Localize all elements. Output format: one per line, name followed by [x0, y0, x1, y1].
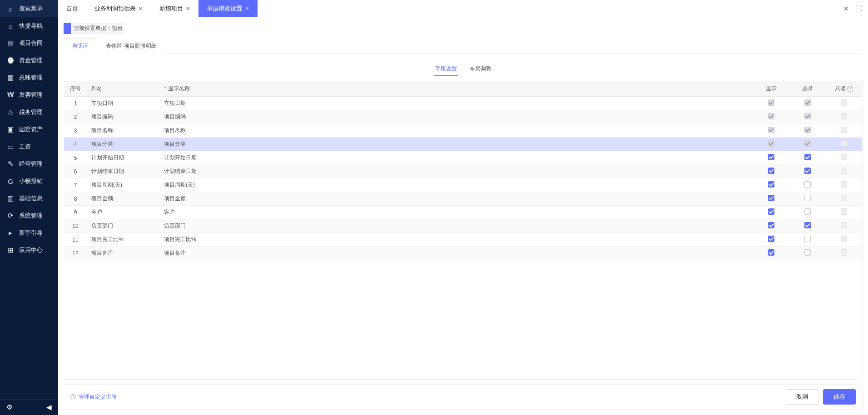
checkbox-show[interactable] [768, 195, 774, 201]
table-row[interactable]: 4项目分类项目分类 [64, 138, 862, 151]
sidebar-footer: ⚙ ◀ [0, 399, 58, 415]
checkbox-show[interactable] [768, 208, 774, 215]
cell-displayname[interactable]: 计划开始日期 [159, 151, 753, 165]
checkbox-show[interactable] [768, 154, 774, 160]
checkbox-required[interactable] [804, 236, 811, 242]
cell-displayname[interactable]: 客户 [159, 206, 753, 219]
checkbox-show[interactable] [768, 168, 774, 174]
sidebar-item-0[interactable]: ⌕搜索菜单 [0, 0, 58, 17]
sidebar-item-8[interactable]: ▭工资 [0, 138, 58, 155]
cell-displayname[interactable]: 立项日期 [159, 97, 753, 110]
close-all-icon[interactable]: ✕ [843, 5, 849, 12]
sidebar-item-6[interactable]: ♨税务管理 [0, 104, 58, 121]
help-icon[interactable]: ? [847, 86, 853, 92]
sidebar-item-13[interactable]: ▸新手引导 [0, 224, 58, 242]
asset-icon: ▣ [6, 125, 15, 133]
sub-tab-1[interactable]: 布局调整 [469, 62, 492, 76]
cell-displayname[interactable]: 负责部门 [159, 219, 753, 233]
checkbox-readonly [841, 249, 847, 256]
cell-index: 1 [64, 97, 87, 110]
cell-displayname[interactable]: 项目编码 [159, 110, 753, 124]
cell-index: 10 [64, 219, 87, 233]
tab-3[interactable]: 单据模板设置✕ [198, 0, 258, 17]
close-icon[interactable]: ✕ [139, 5, 143, 12]
doc-icon: ▤ [6, 39, 15, 47]
sidebar-item-label: 总账管理 [19, 74, 43, 82]
sidebar: ⌕搜索菜单⌂快捷导航▤项目合同⌚资金管理▦总账管理₩发票管理♨税务管理▣固定资产… [0, 0, 58, 415]
cell-displayname[interactable]: 项目名称 [159, 124, 753, 138]
cell-displayname[interactable]: 项目完工比% [159, 233, 753, 247]
table-row[interactable]: 8项目金额项目金额 [64, 192, 862, 206]
sidebar-item-14[interactable]: ⊞应用中心 [0, 242, 58, 259]
save-button[interactable]: 保存 [823, 389, 856, 405]
sidebar-item-2[interactable]: ▤项目合同 [0, 35, 58, 52]
checkbox-required[interactable] [804, 249, 811, 256]
sidebar-item-1[interactable]: ⌂快捷导航 [0, 17, 58, 35]
th-displayname: *显示名称 [159, 81, 753, 97]
tab-1[interactable]: 业务利润预估表✕ [86, 0, 151, 17]
close-icon[interactable]: ✕ [186, 5, 190, 12]
checkbox-show[interactable] [768, 236, 774, 242]
sidebar-item-label: 新手引导 [19, 229, 43, 237]
cancel-button[interactable]: 取消 [786, 389, 818, 405]
sidebar-item-label: 快捷导航 [19, 22, 43, 30]
table-row[interactable]: 11项目完工比%项目完工比% [64, 233, 862, 247]
table-row[interactable]: 12项目备注项目备注 [64, 247, 862, 260]
sidebar-item-12[interactable]: ⟳系统管理 [0, 207, 58, 224]
checkbox-required[interactable] [804, 222, 811, 228]
cell-index: 11 [64, 233, 87, 247]
checkbox-show[interactable] [768, 249, 774, 256]
tab-label: 业务利润预估表 [94, 5, 136, 13]
sub-tab-0[interactable]: 字段设置 [434, 62, 458, 76]
cell-displayname[interactable]: 计划结束日期 [159, 165, 753, 178]
manage-custom-fields-link[interactable]: 管理自定义字段 [79, 393, 117, 401]
table-row[interactable]: 10负责部门负责部门 [64, 219, 862, 233]
guide-icon: ▸ [6, 229, 15, 237]
sidebar-item-label: 小畅报销 [19, 177, 43, 185]
gear-icon[interactable]: ⚙ [6, 403, 12, 411]
cell-displayname[interactable]: 项目备注 [159, 247, 753, 260]
checkbox-show[interactable] [768, 181, 774, 188]
sidebar-item-9[interactable]: ✎经营管理 [0, 155, 58, 173]
sidebar-item-10[interactable]: G小畅报销 [0, 173, 58, 190]
checkbox-required[interactable] [804, 195, 811, 201]
checkbox-required[interactable] [804, 208, 811, 215]
cell-displayname[interactable]: 项目分类 [159, 138, 753, 151]
sidebar-item-4[interactable]: ▦总账管理 [0, 69, 58, 86]
checkbox-required[interactable] [804, 154, 811, 160]
cell-index: 6 [64, 165, 87, 178]
th-colname: 列名 [87, 81, 159, 97]
checkbox-show [768, 127, 774, 133]
tab-0[interactable]: 首页 [58, 0, 86, 17]
checkbox-required[interactable] [804, 181, 811, 188]
th-show: 显示 [753, 81, 789, 97]
cell-index: 2 [64, 110, 87, 124]
collapse-icon[interactable]: ◀ [46, 403, 52, 411]
th-readonly: 只读? [826, 81, 862, 97]
table-row[interactable]: 6计划结束日期计划结束日期 [64, 165, 862, 178]
checkbox-readonly [841, 222, 847, 228]
tab-label: 单据模板设置 [207, 5, 242, 13]
checkbox-required [804, 113, 811, 119]
checkbox-show [768, 99, 774, 106]
table-row[interactable]: 1立项日期立项日期 [64, 97, 862, 110]
table-row[interactable]: 7项目周期(天)项目周期(天) [64, 178, 862, 192]
tab-label: 新增项目 [159, 5, 183, 13]
sidebar-item-11[interactable]: ▥基础信息 [0, 190, 58, 207]
tab-2[interactable]: 新增项目✕ [151, 0, 198, 17]
table-row[interactable]: 3项目名称项目名称 [64, 124, 862, 138]
cell-displayname[interactable]: 项目金额 [159, 192, 753, 206]
table-row[interactable]: 9客户客户 [64, 206, 862, 219]
checkbox-show[interactable] [768, 222, 774, 228]
cell-displayname[interactable]: 项目周期(天) [159, 178, 753, 192]
sidebar-item-7[interactable]: ▣固定资产 [0, 121, 58, 138]
table-row[interactable]: 5计划开始日期计划开始日期 [64, 151, 862, 165]
section-tab-0[interactable]: 表头区 [64, 38, 97, 54]
sidebar-item-3[interactable]: ⌚资金管理 [0, 52, 58, 69]
table-row[interactable]: 2项目编码项目编码 [64, 110, 862, 124]
sidebar-item-5[interactable]: ₩发票管理 [0, 86, 58, 104]
section-tab-1[interactable]: 表体区-项目阶段明细 [97, 38, 165, 54]
close-icon[interactable]: ✕ [245, 5, 249, 12]
fullscreen-icon[interactable]: ⛶ [855, 5, 862, 12]
checkbox-required[interactable] [804, 168, 811, 174]
